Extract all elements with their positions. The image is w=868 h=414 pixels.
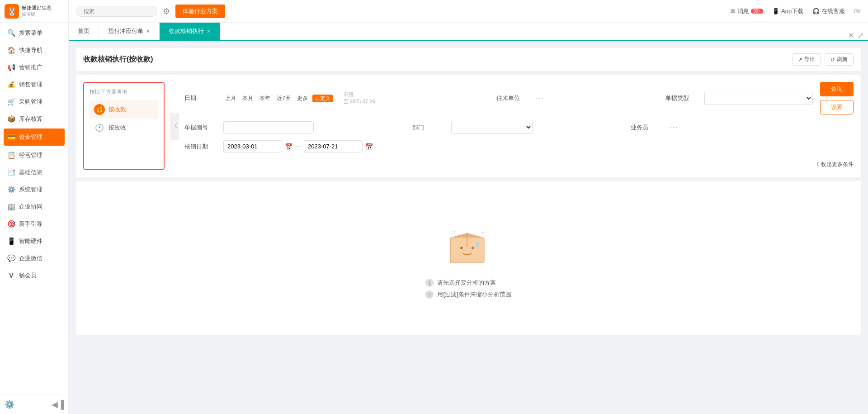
message-label: 消息 [737,7,749,15]
empty-state: ? ? 1 请先选择要分析的方案 2 用[过滤]条件来缩小分析范围 [76,181,861,335]
username-display[interactable]: Rit [854,8,861,14]
gear-icon[interactable]: ⚙ [163,6,170,16]
online-service-button[interactable]: 🎧 在线客服 [812,7,845,15]
verify-date-end-input[interactable] [304,140,363,152]
query-button[interactable]: 查询 [820,82,854,96]
settings-bottom-icon[interactable]: ⚙️ [5,400,14,409]
page-content: 收款核销执行(按收款) ↗ 导出 ↺ 刷新 按以下方案查询 💰 按收款 [69,41,868,414]
date-to-text: 至 2023-07-26 [344,98,375,105]
calendar-end-icon[interactable]: 📅 [365,143,373,150]
headset-icon: 🎧 [812,8,820,14]
wechat-nav-icon: 💬 [7,254,15,262]
step1-text: 请先选择要分析的方案 [437,279,496,287]
sidebar: 🐰 畅捷通好生意 标准版 🔍 搜索菜单 🏠 快捷导航 📢 营销推广 💰 销售管理… [0,0,69,414]
collapse-sidebar-icon[interactable]: ◀▐ [52,400,64,409]
app-icon: 📱 [772,8,779,14]
empty-step-1: 1 请先选择要分析的方案 [425,279,511,287]
staff-label: 业务员 [631,124,662,132]
empty-svg: ? ? [441,217,495,267]
topbar-search-input[interactable] [76,6,157,17]
filter-option-receivable-label: 按应收 [108,124,126,132]
tabbar: 首页 预付冲应付单 ✕ 收款核销执行 ✕ ✕ ⤢ [69,23,868,41]
sidebar-item-hardware[interactable]: 📱 智能硬件 [0,233,68,250]
sidebar-item-search[interactable]: 🔍 搜索菜单 [0,24,68,42]
filter-option-by-receivable[interactable]: 🕐 按应收 [90,119,158,137]
date-shortcut-last-month[interactable]: 上月 [223,94,238,103]
date-filter-row: 日期 上月 本月 本年 近7天 更多 自定义 不限 至 2023-07-26 [184,82,854,114]
message-icon: ✉ [731,8,736,14]
calendar-start-icon[interactable]: 📅 [285,143,292,150]
message-button[interactable]: ✉ 消息 99+ [731,7,763,15]
receipts-tab-label: 收款核销执行 [169,27,204,35]
verify-date-start-input[interactable] [223,140,282,152]
date-shortcut-this-month[interactable]: 本月 [241,94,255,103]
doc-type-select[interactable] [704,92,813,105]
export-button[interactable]: ↗ 导出 [792,53,821,66]
basics-nav-icon: 📑 [7,168,15,176]
sidebar-item-purchase[interactable]: 🛒 采购管理 [0,93,68,110]
page-header: 收款核销执行(按收款) ↗ 导出 ↺ 刷新 [76,48,861,71]
tab-home[interactable]: 首页 [69,23,99,40]
sidebar-item-member[interactable]: V 畅会员 [0,267,68,284]
step2-number: 2 [425,290,434,299]
sidebar-item-inventory[interactable]: 📦 库存核算 [0,110,68,128]
sidebar-item-system[interactable]: ⚙️ 系统管理 [0,181,68,198]
collapse-panel-button[interactable]: 《 [170,113,179,140]
close-prepay-tab-icon[interactable]: ✕ [146,29,150,34]
collapse-more-button[interactable]: 《 收起更多条件 [184,159,854,170]
sidebar-nav: 🔍 搜索菜单 🏠 快捷导航 📢 营销推广 💰 销售管理 🛒 采购管理 📦 库存核… [0,23,68,395]
close-tab-button[interactable]: ✕ [848,31,854,40]
close-receipts-tab-icon[interactable]: ✕ [207,29,211,34]
dept-select[interactable] [451,121,533,134]
sidebar-item-label: 经营管理 [19,151,42,159]
verify-date-filter-row: 核销日期 📅 — 📅 [184,140,854,152]
date-separator: — [295,143,301,150]
sidebar-item-label: 营销推广 [19,63,42,71]
sidebar-item-quick-nav[interactable]: 🏠 快捷导航 [0,42,68,59]
guide-nav-icon: 🎯 [7,220,15,228]
marketing-nav-icon: 📢 [7,63,15,71]
page-title: 收款核销执行(按收款) [83,55,153,64]
prepay-tab-label: 预付冲应付单 [108,27,143,35]
tabbar-actions: ✕ ⤢ [848,31,868,40]
sidebar-item-sales[interactable]: 💰 销售管理 [0,76,68,93]
home-tab-label: 首页 [78,27,90,35]
app-download-button[interactable]: 📱 App下载 [772,7,803,15]
sidebar-item-label: 资金管理 [19,133,42,141]
filter-form: 日期 上月 本月 本年 近7天 更多 自定义 不限 至 2023-07-26 [184,82,854,170]
sidebar-item-finance[interactable]: 💳 资金管理 [4,128,65,146]
sidebar-item-wechat[interactable]: 💬 企业微信 [0,250,68,267]
sidebar-item-label: 系统管理 [19,186,42,194]
home-nav-icon: 🏠 [7,46,15,54]
purchase-nav-icon: 🛒 [7,98,15,106]
tab-prepay[interactable]: 预付冲应付单 ✕ [99,23,160,40]
finance-nav-icon: 💳 [7,133,15,141]
custom-date-badge[interactable]: 自定义 [312,95,333,102]
filter-option-by-receipt[interactable]: 💰 按收款 [90,100,158,119]
sidebar-logo: 🐰 畅捷通好生意 标准版 [0,0,68,23]
collapse-more-label: 收起更多条件 [821,161,854,168]
sidebar-item-label: 智能硬件 [19,237,42,245]
main-content: ⚙ 体验行业方案 ✉ 消息 99+ 📱 App下载 🎧 在线客服 Rit 首页 … [69,0,868,414]
sidebar-item-basics[interactable]: 📑 基础信息 [0,164,68,181]
counterparty-dots-button[interactable]: ··· [535,94,544,102]
date-shortcut-this-year[interactable]: 本年 [258,94,272,103]
date-shortcut-7days[interactable]: 近7天 [275,94,292,103]
date-shortcut-more[interactable]: 更多 [295,94,310,103]
expand-tab-button[interactable]: ⤢ [858,31,863,40]
sidebar-item-label: 企业微信 [19,254,42,262]
sidebar-item-enterprise[interactable]: 🏢 企业协同 [0,198,68,215]
svg-text:?: ? [481,230,485,238]
sidebar-item-guide[interactable]: 🎯 新手引导 [0,215,68,233]
sidebar-item-operations[interactable]: 📋 经营管理 [0,147,68,164]
logo-icon: 🐰 [5,4,19,19]
refresh-button[interactable]: ↺ 刷新 [825,53,854,66]
solution-button[interactable]: 体验行业方案 [175,5,225,18]
tab-receipts[interactable]: 收款核销执行 ✕ [160,23,220,40]
filter-settings-button[interactable]: 设置 [820,100,854,114]
docno-input[interactable] [223,121,314,133]
sidebar-item-marketing[interactable]: 📢 营销推广 [0,59,68,76]
staff-dots-button[interactable]: ··· [670,124,678,132]
search-nav-icon: 🔍 [7,29,15,37]
docno-filter-row: 单据编号 部门 业务员 ··· [184,121,854,134]
